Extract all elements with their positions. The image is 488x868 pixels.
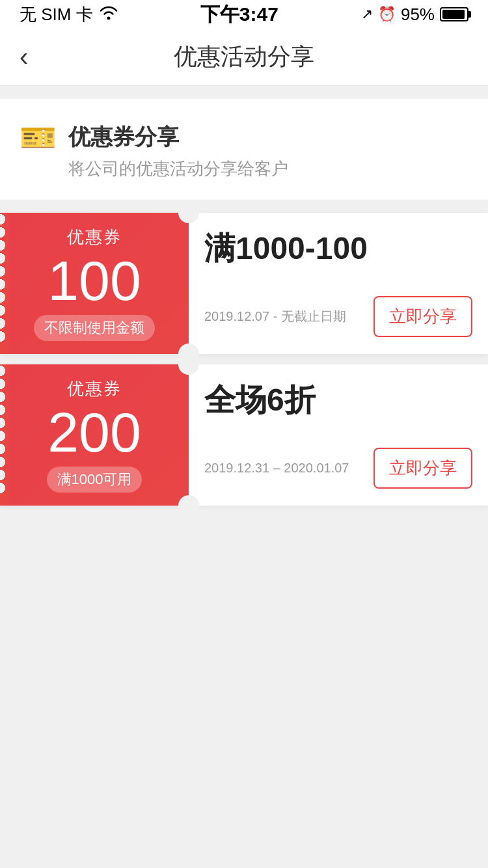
battery-icon: [440, 7, 468, 21]
coupon-date-2: 2019.12.31 – 2020.01.07: [204, 461, 349, 476]
coupon-main-title-1: 满1000-100: [204, 230, 472, 267]
section-icon: 🎫: [20, 122, 57, 152]
main-content: 🎫 优惠券分享 将公司的优惠活动分享给客户 优惠券 100 不限制使用金额 满1…: [0, 99, 488, 779]
battery-percent: 95%: [401, 5, 435, 25]
coupon-ticket-1: 优惠券 100 不限制使用金额 满1000-100 2019.12.07 - 无…: [0, 213, 488, 354]
section-header: 🎫 优惠券分享 将公司的优惠活动分享给客户: [0, 99, 488, 200]
coupon-card-2: 优惠券 200 满1000可用 全场6折 2019.12.31 – 2020.0…: [0, 364, 488, 506]
coupon-condition-2: 满1000可用: [47, 467, 142, 493]
section-title: 优惠券分享: [68, 122, 288, 152]
coupon-red-left-2: 优惠券 200 满1000可用: [0, 364, 189, 506]
coupon-value-1: 100: [47, 252, 141, 308]
empty-area: [0, 519, 488, 779]
coupon-white-right-2: 全场6折 2019.12.31 – 2020.01.07 立即分享: [189, 364, 488, 506]
status-right: ↗ ⏰ 95%: [361, 5, 468, 25]
section-subtitle: 将公司的优惠活动分享给客户: [68, 157, 288, 180]
coupon-ticket-2: 优惠券 200 满1000可用 全场6折 2019.12.31 – 2020.0…: [0, 364, 488, 506]
notch-top-1: [178, 202, 199, 223]
status-bar: 无 SIM 卡 下午3:47 ↗ ⏰ 95%: [0, 0, 488, 29]
page-title: 优惠活动分享: [174, 41, 314, 73]
section-text: 优惠券分享 将公司的优惠活动分享给客户: [68, 122, 288, 180]
carrier-text: 无 SIM 卡: [20, 3, 93, 26]
coupon-bottom-1: 2019.12.07 - 无截止日期 立即分享: [204, 296, 472, 337]
coupons-container: 优惠券 100 不限制使用金额 满1000-100 2019.12.07 - 无…: [0, 200, 488, 519]
status-left: 无 SIM 卡: [20, 3, 118, 26]
coupon-bottom-2: 2019.12.31 – 2020.01.07 立即分享: [204, 448, 472, 489]
coupon-label-2: 优惠券: [67, 377, 122, 400]
coupon-date-1: 2019.12.07 - 无截止日期: [204, 308, 346, 325]
location-icon: ↗: [361, 6, 373, 23]
status-time: 下午3:47: [200, 1, 278, 28]
notch-bottom-2: [178, 495, 199, 516]
alarm-icon: ⏰: [378, 6, 396, 23]
coupon-card-1: 优惠券 100 不限制使用金额 满1000-100 2019.12.07 - 无…: [0, 213, 488, 354]
notch-top-2: [178, 354, 199, 375]
wifi-icon: [100, 5, 118, 23]
coupon-share-button-1[interactable]: 立即分享: [373, 296, 472, 337]
nav-bar: ‹ 优惠活动分享: [0, 29, 488, 86]
coupon-label-1: 优惠券: [67, 226, 122, 249]
battery-fill: [442, 10, 465, 19]
coupon-condition-1: 不限制使用金额: [34, 315, 155, 341]
coupon-red-left-1: 优惠券 100 不限制使用金额: [0, 213, 189, 354]
back-button[interactable]: ‹: [20, 42, 28, 72]
coupon-value-2: 200: [47, 404, 141, 460]
coupon-main-title-2: 全场6折: [204, 381, 472, 419]
coupon-share-button-2[interactable]: 立即分享: [373, 448, 472, 489]
coupon-white-right-1: 满1000-100 2019.12.07 - 无截止日期 立即分享: [189, 213, 488, 354]
